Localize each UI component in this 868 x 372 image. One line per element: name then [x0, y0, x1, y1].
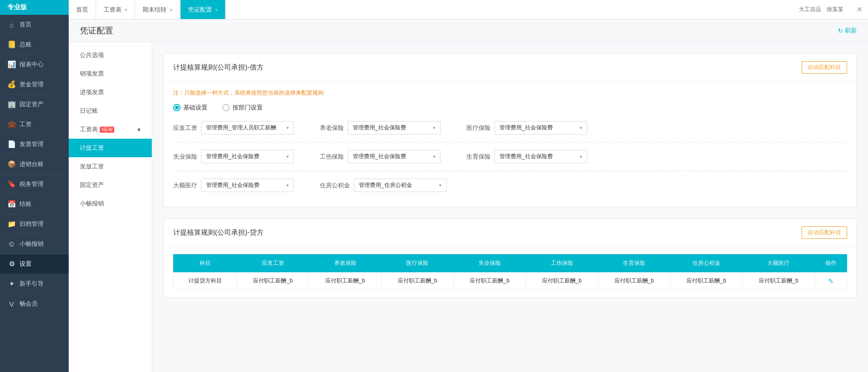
sidebar-label-assets: 固定资产 [19, 100, 44, 109]
debit-form-item-0-1: 养老保险 管理费用_社会保险费 ▾ [320, 121, 459, 135]
form-select-0-1[interactable]: 管理费用_社会保险费 ▾ [348, 121, 440, 135]
left-nav-sales-invoice[interactable]: 销项发票 [69, 64, 152, 83]
form-divider-1 [173, 171, 847, 171]
form-select-2-1[interactable]: 管理费用_住房公积金 ▾ [354, 179, 447, 192]
credit-col-header-7: 住房公积金 [670, 255, 743, 272]
tab-voucher-config[interactable]: 凭证配置× [181, 0, 226, 19]
credit-col-header-3: 医疗保险 [382, 255, 454, 272]
sidebar-icon-capital: 💰 [7, 80, 16, 89]
sidebar-icon-invoice: 📄 [7, 140, 16, 148]
credit-col-header-9: 操作 [815, 255, 847, 272]
sidebar-label-capital: 资金管理 [19, 80, 44, 89]
tab-label-voucher-config: 凭证配置 [188, 6, 212, 14]
debit-auto-match-button[interactable]: 自动匹配科目 [802, 61, 847, 74]
credit-col-header-5: 工伤保险 [526, 255, 598, 272]
left-nav-calc-salary[interactable]: 计提工资 [69, 139, 152, 157]
new-badge-salary-table-nav: NEW [100, 127, 114, 133]
sidebar-icon-inout: 📦 [7, 160, 16, 168]
sidebar-item-assets[interactable]: 🏢固定资产 [0, 95, 69, 115]
main-content: 首页工资表×期末结转×凭证配置× 大工吉品 徐某某 ✕ 凭证配置 ↻ 刷新 公共… [69, 0, 868, 372]
left-nav-xiaochang-expense[interactable]: 小畅报销 [69, 194, 152, 213]
debit-form-item-1-0: 失业保险 管理费用_社会保险费 ▾ [173, 150, 312, 163]
credit-table: 科目应发工资养老保险医疗保险失业保险工伤保险生育保险住房公积金大额医疗操作 计提… [173, 254, 847, 290]
debit-form-item-1-1: 工伤保险 管理费用_社会保险费 ▾ [320, 150, 459, 163]
form-select-value-0-2: 管理费用_社会保险费 [499, 124, 553, 132]
sidebar-item-member[interactable]: V畅会员 [0, 294, 69, 314]
sidebar-item-report[interactable]: 📊报表中心 [0, 55, 69, 75]
credit-cell-0-6: 应付职工薪酬_b [598, 272, 670, 290]
sidebar-item-tax[interactable]: 🔖税务管理 [0, 174, 69, 194]
sidebar-item-guide[interactable]: ✦新手引导 [0, 274, 69, 294]
form-select-value-1-2: 管理费用_社会保险费 [499, 153, 553, 160]
debit-form-row-1: 失业保险 管理费用_社会保险费 ▾ 工伤保险 管理费用_社会保险费 ▾ 生育保险… [173, 150, 847, 163]
right-content: 计提核算规则(公司承担)-借方 自动匹配科目 注：只能选择一种方式，系统将按照您… [152, 42, 868, 372]
left-nav-salary-table-nav[interactable]: 工资表NEW▾ [69, 120, 152, 139]
left-nav-purchase-invoice[interactable]: 进项发票 [69, 83, 152, 102]
credit-table-row: 计提贷方科目应付职工薪酬_b应付职工薪酬_b应付职工薪酬_b应付职工薪酬_b应付… [174, 272, 847, 290]
sidebar-icon-ledger: 📒 [7, 40, 16, 49]
sidebar-item-inout[interactable]: 📦进销台账 [0, 154, 69, 174]
form-select-value-0-0: 管理费用_管理人员职工薪酬 [206, 124, 276, 132]
form-select-2-0[interactable]: 管理费用_社会保险费 ▾ [201, 179, 294, 192]
topbar: 首页工资表×期末结转×凭证配置× 大工吉品 徐某某 ✕ [69, 0, 868, 19]
sidebar-item-home[interactable]: ⌂首页 [0, 15, 69, 35]
left-nav-fixed-assets-nav[interactable]: 固定资产 [69, 176, 152, 194]
tab-home[interactable]: 首页 [69, 0, 96, 19]
form-label-1-1: 工伤保险 [320, 153, 344, 161]
refresh-label: 刷新 [845, 26, 857, 35]
credit-col-header-1: 应发工资 [237, 255, 309, 272]
refresh-button[interactable]: ↻ 刷新 [838, 26, 857, 35]
sidebar-item-archive[interactable]: 📁归档管理 [0, 214, 69, 234]
sidebar-item-settings[interactable]: ⚙设置 [0, 254, 69, 274]
sidebar-label-ledger: 总账 [19, 40, 32, 49]
sidebar-item-ledger[interactable]: 📒总账 [0, 35, 69, 55]
content-area: 公共选项销项发票进项发票日记账工资表NEW▾计提工资发放工资固定资产小畅报销 计… [69, 42, 868, 372]
tab-close-voucher-config[interactable]: × [215, 7, 218, 13]
left-nav-label-sales-invoice: 销项发票 [80, 70, 104, 78]
left-nav-pay-salary[interactable]: 发放工资 [69, 157, 152, 176]
select-arrow-1-1: ▾ [433, 154, 435, 159]
sidebar-item-xcreport[interactable]: ©小畅报销 [0, 234, 69, 254]
sidebar-label-archive: 归档管理 [19, 220, 44, 228]
tab-period-close[interactable]: 期末结转× [135, 0, 180, 19]
tab-close-salary-table[interactable]: × [124, 7, 127, 13]
form-label-0-1: 养老保险 [320, 124, 344, 132]
credit-cell-0-4: 应付职工薪酬_b [453, 272, 526, 290]
form-select-1-0[interactable]: 管理费用_社会保险费 ▾ [201, 150, 294, 163]
left-nav-label-xiaochang-expense: 小畅报销 [80, 199, 104, 208]
tab-label-period-close: 期末结转 [143, 6, 167, 14]
credit-action-0[interactable]: ✎ [815, 272, 847, 290]
left-nav-label-pay-salary: 发放工资 [80, 162, 104, 171]
topbar-right: 大工吉品 徐某某 [799, 6, 851, 13]
debit-form-item-0-0: 应发工资 管理费用_管理人员职工薪酬 ▾ [173, 121, 312, 135]
left-nav-label-public: 公共选项 [80, 51, 104, 59]
form-select-1-2[interactable]: 管理费用_社会保险费 ▾ [494, 150, 587, 163]
sidebar-icon-member: V [7, 300, 16, 308]
left-nav-label-fixed-assets-nav: 固定资产 [80, 181, 104, 189]
left-nav-journal[interactable]: 日记账 [69, 102, 152, 120]
form-select-value-1-0: 管理费用_社会保险费 [206, 153, 259, 160]
edit-icon-0[interactable]: ✎ [828, 277, 834, 285]
page-title: 凭证配置 [80, 25, 113, 36]
tab-salary-table[interactable]: 工资表× [96, 0, 135, 19]
form-select-0-0[interactable]: 管理费用_管理人员职工薪酬 ▾ [201, 121, 294, 135]
debit-form-item-2-0: 大额医疗 管理费用_社会保险费 ▾ [173, 179, 312, 192]
radio-dept-label: 按部门设置 [233, 103, 263, 112]
sidebar-item-capital[interactable]: 💰资金管理 [0, 75, 69, 95]
sidebar-item-close[interactable]: 📅结账 [0, 194, 69, 214]
sidebar-item-salary[interactable]: 💼工资 [0, 115, 69, 135]
tab-close-period-close[interactable]: × [169, 7, 172, 13]
window-close-button[interactable]: ✕ [851, 5, 868, 14]
credit-auto-match-button[interactable]: 自动匹配科目 [802, 226, 847, 239]
radio-basic[interactable]: 基础设置 [173, 103, 207, 112]
sidebar-item-invoice[interactable]: 📄发票管理 [0, 135, 69, 154]
sidebar-icon-settings: ⚙ [7, 260, 16, 268]
form-select-0-2[interactable]: 管理费用_社会保险费 ▾ [494, 121, 587, 135]
left-nav-public[interactable]: 公共选项 [69, 46, 152, 64]
radio-dept[interactable]: 按部门设置 [222, 103, 263, 112]
refresh-icon: ↻ [838, 27, 843, 34]
form-select-1-1[interactable]: 管理费用_社会保险费 ▾ [348, 150, 440, 163]
sidebar-header: 专业版 [0, 0, 69, 15]
debit-form-row-0: 应发工资 管理费用_管理人员职工薪酬 ▾ 养老保险 管理费用_社会保险费 ▾ 医… [173, 121, 847, 135]
select-arrow-2-0: ▾ [286, 183, 289, 188]
